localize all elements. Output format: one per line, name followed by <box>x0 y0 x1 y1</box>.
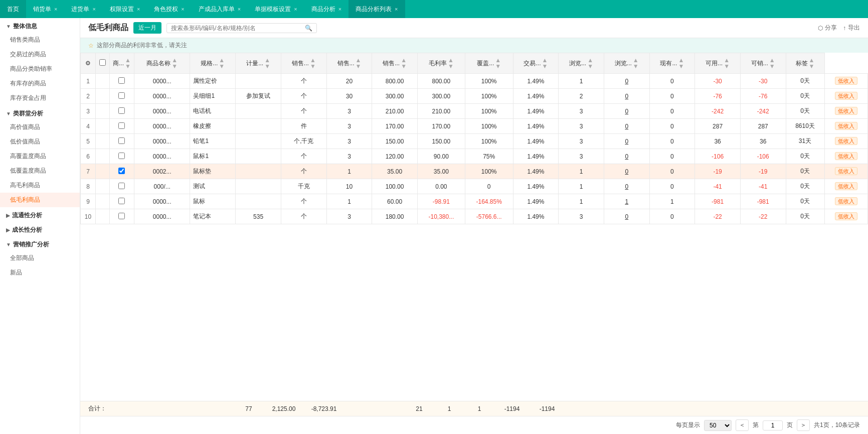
sidebar-item-category-rate[interactable]: 商品分类助销率 <box>0 62 80 76</box>
sidebar-group-overview[interactable]: ▼ 整体信息 <box>0 18 80 33</box>
export-button[interactable]: ↑ 导出 <box>843 24 860 32</box>
row-checkbox[interactable] <box>118 168 125 174</box>
product-name-cell[interactable]: 鼠标1 <box>190 149 236 164</box>
sidebar-item-stock-capital[interactable]: 库存资金占用 <box>0 91 80 105</box>
row-checkbox[interactable] <box>118 198 125 204</box>
col-coverage[interactable]: 覆盖...▲▼ <box>465 53 513 74</box>
row-checkbox-cell[interactable] <box>110 119 134 134</box>
sidebar-group-growth[interactable]: ▶ 成长性分析 <box>0 222 80 236</box>
sidebar-item-high-value[interactable]: 高价值商品 <box>0 120 80 134</box>
col-spec[interactable]: 规格...▲▼ <box>190 53 236 74</box>
next-page-button[interactable]: ＞ <box>797 419 810 431</box>
col-sales-price[interactable]: 销售...▲▼ <box>326 53 372 74</box>
browse1-cell[interactable]: 0 <box>604 89 649 104</box>
col-select-all[interactable] <box>96 53 110 74</box>
product-name-cell[interactable]: 笔记本 <box>190 209 236 224</box>
close-icon[interactable]: × <box>54 6 57 12</box>
browse1-cell[interactable]: 0 <box>604 134 649 149</box>
date-filter-button[interactable]: 近一月 <box>133 22 161 34</box>
sidebar-item-high-coverage[interactable]: 高覆盖度商品 <box>0 149 80 164</box>
nav-permissions[interactable]: 权限设置 × <box>103 0 147 18</box>
row-checkbox[interactable] <box>118 107 125 114</box>
share-button[interactable]: ⬡ 分享 <box>818 24 837 32</box>
col-unit[interactable]: 计量...▲▼ <box>236 53 281 74</box>
row-checkbox-cell[interactable] <box>110 74 134 89</box>
row-checkbox[interactable] <box>118 153 125 159</box>
nav-product-analysis[interactable]: 商品分析 × <box>304 0 349 18</box>
row-checkbox[interactable] <box>118 183 125 189</box>
browse1-cell[interactable]: 0 <box>604 164 649 179</box>
col-gross-margin[interactable]: 毛利率▲▼ <box>417 53 465 74</box>
row-checkbox-cell[interactable] <box>110 194 134 209</box>
row-checkbox-cell[interactable] <box>110 164 134 179</box>
select-all-checkbox[interactable] <box>99 59 106 66</box>
col-sales-amount[interactable]: 销售...▲▼ <box>372 53 418 74</box>
product-name-cell[interactable]: 属性定价 <box>190 74 236 89</box>
page-size-select[interactable]: 50 20 100 <box>704 420 732 431</box>
col-browse2[interactable]: 浏览...▲▼ <box>604 53 649 74</box>
close-icon[interactable]: × <box>181 6 184 12</box>
close-icon[interactable]: × <box>294 6 297 12</box>
close-icon[interactable]: × <box>137 6 140 12</box>
close-icon[interactable]: × <box>92 6 95 12</box>
row-checkbox[interactable] <box>118 137 125 144</box>
prev-page-button[interactable]: ＜ <box>736 419 749 431</box>
row-checkbox[interactable] <box>118 92 125 99</box>
nav-product-analysis-list[interactable]: 商品分析列表 × <box>349 0 405 18</box>
row-checkbox-cell[interactable] <box>110 104 134 119</box>
col-code[interactable]: 商...▲▼ <box>110 53 134 74</box>
page-number-input[interactable] <box>763 420 783 430</box>
browse1-cell[interactable]: 0 <box>604 149 649 164</box>
col-browse1[interactable]: 浏览...▲▼ <box>559 53 604 74</box>
sidebar-group-flow[interactable]: ▶ 流通性分析 <box>0 207 80 222</box>
browse1-cell[interactable]: 0 <box>604 179 649 194</box>
row-checkbox-cell[interactable] <box>110 209 134 224</box>
product-name-cell[interactable]: 测试 <box>190 179 236 194</box>
col-trade-count[interactable]: 交易...▲▼ <box>513 53 559 74</box>
search-input[interactable] <box>171 25 303 32</box>
sidebar-item-in-stock[interactable]: 有库存的商品 <box>0 76 80 91</box>
col-available[interactable]: 可用...▲▼ <box>695 53 741 74</box>
col-tag[interactable]: 标签▲▼ <box>786 53 824 74</box>
nav-products-in[interactable]: 产成品入库单 × <box>192 0 248 18</box>
col-settings[interactable]: ⚙ <box>81 53 96 74</box>
sidebar-item-low-coverage[interactable]: 低覆盖度商品 <box>0 164 80 178</box>
search-icon[interactable]: 🔍 <box>305 25 312 32</box>
sidebar-item-all-products[interactable]: 全部商品 <box>0 251 80 265</box>
close-icon[interactable]: × <box>395 6 398 12</box>
nav-home[interactable]: 首页 <box>0 0 26 18</box>
row-checkbox[interactable] <box>118 77 125 84</box>
nav-template-settings[interactable]: 单据模板设置 × <box>248 0 304 18</box>
product-name-cell[interactable]: 吴细细1 <box>190 89 236 104</box>
sidebar-item-new-products[interactable]: 新品 <box>0 265 80 280</box>
col-name[interactable]: 商品名称▲▼ <box>134 53 190 74</box>
nav-purchase-order[interactable]: 进货单 × <box>64 0 102 18</box>
nav-sales-order[interactable]: 销货单 × <box>26 0 64 18</box>
col-sales-qty[interactable]: 销售...▲▼ <box>281 53 326 74</box>
product-name-cell[interactable]: 鼠标 <box>190 194 236 209</box>
row-checkbox-cell[interactable] <box>110 89 134 104</box>
row-checkbox-cell[interactable] <box>110 179 134 194</box>
sidebar-item-low-gross[interactable]: 低毛利商品 <box>0 193 80 207</box>
row-checkbox-cell[interactable] <box>110 134 134 149</box>
sidebar-item-high-gross[interactable]: 高毛利商品 <box>0 178 80 193</box>
nav-roles[interactable]: 角色授权 × <box>147 0 191 18</box>
row-checkbox[interactable] <box>118 122 125 129</box>
browse1-cell[interactable]: 0 <box>604 74 649 89</box>
browse1-cell[interactable]: 0 <box>604 209 649 224</box>
browse1-cell[interactable]: 1 <box>604 194 649 209</box>
product-name-cell[interactable]: 鼠标垫 <box>190 164 236 179</box>
sidebar-group-cluster[interactable]: ▼ 类群堂分析 <box>0 105 80 120</box>
col-sellable[interactable]: 可销...▲▼ <box>740 53 786 74</box>
sidebar-item-low-value[interactable]: 低价值商品 <box>0 134 80 149</box>
product-name-cell[interactable]: 铅笔1 <box>190 134 236 149</box>
sidebar-item-traded-products[interactable]: 交易过的商品 <box>0 47 80 62</box>
product-name-cell[interactable]: 橡皮擦 <box>190 119 236 134</box>
col-current-stock[interactable]: 现有...▲▼ <box>649 53 695 74</box>
browse1-cell[interactable]: 0 <box>604 104 649 119</box>
sidebar-item-sales-products[interactable]: 销售类商品 <box>0 33 80 47</box>
product-name-cell[interactable]: 电话机 <box>190 104 236 119</box>
row-checkbox-cell[interactable] <box>110 149 134 164</box>
sidebar-group-marketing[interactable]: ▼ 营销推广分析 <box>0 236 80 251</box>
close-icon[interactable]: × <box>338 6 341 12</box>
